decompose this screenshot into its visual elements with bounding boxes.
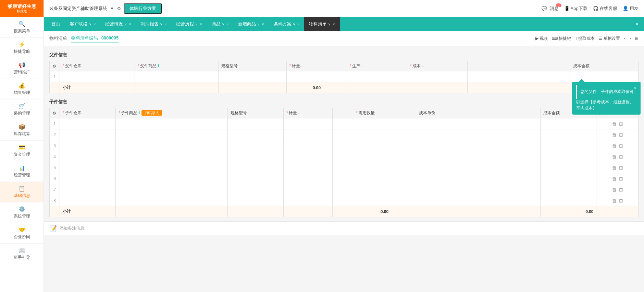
child-cell-unit-cost[interactable]: [416, 184, 472, 195]
cell-parent-product[interactable]: [135, 71, 218, 82]
nav-next-btn[interactable]: ›: [630, 36, 631, 41]
child-cell-unit[interactable]: [284, 162, 333, 173]
tab-add-product[interactable]: 新增商品 ∨ ×: [233, 17, 269, 31]
delete-row-btn[interactable]: 🗑: [612, 143, 617, 149]
view-btn[interactable]: ▶ 视频: [535, 36, 548, 42]
sidebar-item-purchase[interactable]: 🛒 采购管理: [0, 100, 44, 120]
close-all-tabs-btn[interactable]: ×: [633, 21, 641, 27]
child-cell-product[interactable]: [116, 195, 228, 206]
child-cell-unit[interactable]: [284, 151, 333, 162]
sidebar-item-inventory[interactable]: 📦 库存核算: [0, 120, 44, 141]
tab-bom-close[interactable]: ×: [333, 22, 335, 26]
child-cell-qty[interactable]: [353, 151, 416, 162]
child-cell-unit-cost[interactable]: [416, 173, 472, 184]
child-cell-unit-cost[interactable]: [416, 151, 472, 162]
sidebar-item-cooperation[interactable]: 🤝 企业协同: [0, 223, 44, 244]
child-cell-qty[interactable]: [353, 173, 416, 184]
system-dropdown-icon[interactable]: ▼: [110, 6, 114, 11]
tooltip-close-btn[interactable]: ×: [634, 85, 636, 91]
child-cell-spec[interactable]: [227, 173, 283, 184]
child-cell-unit-cost[interactable]: [416, 195, 472, 206]
child-cell-qty[interactable]: [353, 140, 416, 151]
tab-operations-status[interactable]: 经营情况 ∨ ×: [100, 17, 136, 31]
delete-row-btn[interactable]: 🗑: [612, 176, 617, 182]
sidebar-item-operations[interactable]: 📊 经营管理: [0, 161, 44, 182]
copy-row-btn[interactable]: ⊞: [619, 187, 623, 192]
delete-row-btn[interactable]: 🗑: [612, 154, 617, 160]
copy-row-btn[interactable]: ⊞: [619, 143, 623, 149]
sidebar-item-quick-nav[interactable]: ⚡ 快捷导航: [0, 38, 44, 58]
sidebar-item-guide[interactable]: 📖 新手引导: [0, 244, 44, 264]
app-download-btn[interactable]: 📱 App下载: [564, 5, 587, 12]
delete-row-btn[interactable]: 🗑: [612, 121, 617, 127]
child-cell-spec[interactable]: [227, 129, 283, 140]
tab-customer[interactable]: 客户联络 ∨ ×: [65, 17, 100, 31]
tab-customer-close[interactable]: ×: [94, 22, 96, 26]
child-cell-warehouse[interactable]: [60, 173, 116, 184]
tab-profit-close[interactable]: ×: [164, 22, 166, 26]
child-cell-qty[interactable]: [353, 162, 416, 173]
sidebar-item-sales[interactable]: 💰 销售管理: [0, 79, 44, 100]
tab-barcode-close[interactable]: ×: [297, 22, 299, 26]
child-cell-product[interactable]: [116, 129, 228, 140]
cell-spec[interactable]: [219, 71, 287, 82]
child-cell-warehouse[interactable]: [60, 162, 116, 173]
cell-unit[interactable]: [286, 71, 347, 82]
child-cell-spec[interactable]: [227, 162, 283, 173]
child-cell-product[interactable]: [116, 118, 228, 129]
child-cell-spec[interactable]: [227, 118, 283, 129]
sidebar-item-marketing[interactable]: 📢 营销推广: [0, 58, 44, 79]
tab-history-close[interactable]: ×: [200, 22, 202, 26]
sidebar-item-basic-info[interactable]: 📋 基础信息: [0, 182, 44, 202]
sub-tab-bom-list[interactable]: 物料清单: [49, 34, 67, 43]
delete-row-btn[interactable]: 🗑: [612, 198, 617, 203]
child-cell-qty[interactable]: [353, 184, 416, 195]
child-cell-warehouse[interactable]: [60, 184, 116, 195]
child-cell-unit-cost[interactable]: [416, 140, 472, 151]
extract-cost-btn[interactable]: ↑ 提取成本: [575, 36, 595, 42]
child-cell-qty[interactable]: [353, 118, 416, 129]
trial-button[interactable]: 体验行业方案: [124, 3, 162, 14]
child-cell-unit[interactable]: [284, 129, 333, 140]
child-cell-unit[interactable]: [284, 140, 333, 151]
copy-row-btn[interactable]: ⊞: [619, 198, 623, 203]
tab-home[interactable]: 首页: [47, 17, 65, 31]
sidebar-item-finance[interactable]: 💳 资金管理: [0, 141, 44, 161]
tab-bom[interactable]: 物料清单 ∨ ×: [304, 17, 339, 31]
child-cell-unit[interactable]: [284, 118, 333, 129]
child-cell-unit[interactable]: [284, 184, 333, 195]
child-cell-warehouse[interactable]: [60, 129, 116, 140]
copy-row-btn[interactable]: ⊞: [619, 154, 623, 160]
child-cell-spec[interactable]: [227, 195, 283, 206]
tab-profit[interactable]: 利润报告 ∨ ×: [136, 17, 171, 31]
grid-view-btn[interactable]: ⊟: [635, 36, 639, 41]
copy-row-btn[interactable]: ⊞: [619, 165, 623, 171]
child-cell-warehouse[interactable]: [60, 140, 116, 151]
child-config-icon[interactable]: ⚙: [52, 111, 56, 116]
delete-row-btn[interactable]: 🗑: [612, 165, 617, 171]
child-cell-product[interactable]: [116, 151, 228, 162]
tab-product[interactable]: 商品 ∨ ×: [207, 17, 233, 31]
child-cell-unit-cost[interactable]: [416, 162, 472, 173]
message-btn[interactable]: 💬 6 消息: [542, 5, 559, 12]
child-cell-spec[interactable]: [227, 151, 283, 162]
sidebar-item-system[interactable]: ⚙️ 系统管理: [0, 202, 44, 223]
child-cell-product[interactable]: [116, 162, 228, 173]
child-cell-unit[interactable]: [284, 173, 333, 184]
tab-add-product-close[interactable]: ×: [262, 22, 264, 26]
scan-input-btn[interactable]: 扫码录入: [141, 110, 162, 116]
copy-row-btn[interactable]: ⊞: [619, 121, 623, 127]
cell-produce[interactable]: [347, 71, 407, 82]
user-btn[interactable]: 👤 用友: [623, 5, 639, 12]
sidebar-item-search[interactable]: 🔍 搜索菜单: [0, 17, 44, 38]
config-icon[interactable]: ⚙: [52, 64, 56, 69]
child-cell-unit[interactable]: [284, 195, 333, 206]
cell-cost[interactable]: [407, 71, 468, 82]
child-cell-spec[interactable]: [227, 140, 283, 151]
child-cell-qty[interactable]: [353, 195, 416, 206]
child-cell-product[interactable]: [116, 184, 228, 195]
child-cell-warehouse[interactable]: [60, 151, 116, 162]
tab-history[interactable]: 经营历程 ∨ ×: [171, 17, 207, 31]
child-cell-qty[interactable]: [353, 129, 416, 140]
tab-ops-close[interactable]: ×: [129, 22, 131, 26]
